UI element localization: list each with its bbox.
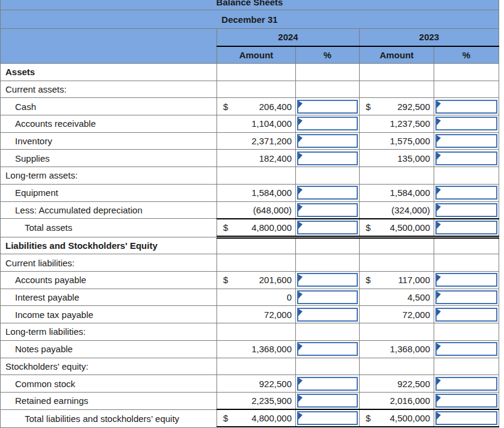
table-row-liabilities-and-stockholders-equity: Liabilities and Stockholders' Equity [1,237,499,254]
empty-cell [360,254,434,272]
answer-marker-icon [298,309,303,316]
percent-input-2023-cash[interactable] [435,100,497,114]
percent-input-2024-notes-payable[interactable] [297,342,358,356]
percent-input-2024-less-accumulated-depreciation[interactable] [297,203,358,217]
amount-value-2023: 1,237,500 [390,118,430,129]
percent-cell-2024-total-assets [296,219,360,237]
percent-input-2023-equipment[interactable] [435,186,497,200]
table-row-accounts-receivable: Accounts receivable1,104,0001,237,500 [1,115,499,133]
amount-cell-2023-less-accumulated-depreciation: (324,000) [360,201,434,219]
table-row-equipment: Equipment1,584,0001,584,000 [1,184,499,201]
amount-cell-2024-notes-payable: 1,368,000 [217,340,296,358]
table-row-current-assets: Current assets: [1,81,499,98]
amount-wrap: 922,500 [360,375,434,392]
amount-cell-2023-accounts-payable: $117,000 [360,272,434,289]
amount-wrap: $4,800,000 [217,219,295,236]
answer-marker-icon [437,118,441,125]
percent-cell-2024-common-stock [296,375,360,393]
amount-wrap: 1,575,000 [360,133,434,150]
table-row-long-term-assets: Long-term assets: [1,167,499,185]
row-label-long-term-assets: Long-term assets: [1,167,217,185]
answer-marker-icon [298,135,303,142]
table-row-total-assets: Total assets$4,800,000$4,500,000 [1,219,499,237]
percent-input-2024-interest-payable[interactable] [297,290,358,304]
percent-input-2024-retained-earnings[interactable] [297,394,358,408]
row-label-stockholders-equity: Stockholders' equity: [1,358,217,375]
percent-cell-2024-cash [296,98,360,115]
percent-input-2023-supplies[interactable] [435,151,497,165]
amount-value-2023: 1,584,000 [390,188,430,198]
amount-value-2023: 135,000 [398,153,430,164]
balance-sheet-table: Balance Sheets December 31 2024 2023 Amo… [0,0,499,428]
table-row-notes-payable: Notes payable1,368,0001,368,000 [1,340,499,358]
table-row-total-liabilities-and-stockholders-equity: Total liabilities and stockholders’ equi… [1,409,499,428]
percent-input-2023-accounts-receivable[interactable] [435,117,497,130]
amount-value-2023: 1,575,000 [390,136,430,146]
percent-cell-2024-accounts-payable [296,272,360,289]
amount-wrap: 2,235,900 [217,393,295,409]
amount-wrap: 1,584,000 [360,185,434,201]
table-header: Balance Sheets December 31 2024 2023 Amo… [1,0,499,64]
percent-input-2024-equipment[interactable] [297,186,358,200]
answer-marker-icon [298,118,303,125]
amount-wrap: $4,800,000 [217,410,295,426]
empty-cell [296,167,360,185]
row-label-notes-payable: Notes payable [1,340,217,358]
amount-value-2024: (648,000) [253,205,292,215]
amount-wrap: $4,500,000 [360,219,434,236]
title-clip: Balance Sheets [1,0,499,10]
answer-marker-icon [437,222,441,229]
amount-value-2024: 2,235,900 [251,396,292,406]
percent-input-2023-retained-earnings[interactable] [435,394,497,408]
percent-cell-2024-supplies [296,150,360,167]
year-header-2024: 2024 [217,29,360,46]
table-row-assets: Assets [1,64,499,81]
percent-input-2023-accounts-payable[interactable] [435,273,497,287]
percent-input-2024-income-tax-payable[interactable] [297,308,358,322]
percent-input-2024-total-liabilities-and-stockholders-equity[interactable] [297,411,358,425]
percent-input-2024-inventory[interactable] [297,134,358,148]
percent-input-2024-cash[interactable] [297,100,358,114]
percent-input-2023-total-assets[interactable] [435,221,497,234]
percent-input-2024-total-assets[interactable] [297,221,358,234]
percent-input-2024-accounts-receivable[interactable] [297,117,358,130]
amount-value-2024: 1,584,000 [251,188,292,198]
percent-input-2023-interest-payable[interactable] [435,290,497,304]
empty-cell [434,81,499,98]
sheet-title: Balance Sheets [1,0,499,8]
empty-cell [217,323,296,341]
sheet-title-cell: Balance Sheets [1,0,499,10]
percent-input-2024-common-stock[interactable] [297,377,358,391]
amount-column-header-2024: Amount [217,46,296,64]
percent-input-2023-income-tax-payable[interactable] [435,308,497,322]
percent-cell-2023-cash [434,98,499,115]
currency-symbol: $ [223,102,228,112]
amount-value-2023: 4,500 [407,292,430,302]
percent-input-2023-common-stock[interactable] [435,377,497,391]
empty-cell [217,237,296,254]
percent-input-2023-inventory[interactable] [435,134,497,148]
amount-value-2024: 201,600 [259,275,292,285]
amount-wrap: $201,600 [217,272,295,289]
amount-cell-2023-cash: $292,500 [360,98,434,115]
amount-wrap: 182,400 [217,150,295,167]
row-label-accounts-receivable: Accounts receivable [1,115,217,133]
percent-cell-2024-total-liabilities-and-stockholders-equity [296,409,360,428]
table-row-retained-earnings: Retained earnings2,235,9002,016,000 [1,392,499,409]
percent-input-2024-supplies[interactable] [297,151,358,165]
percent-input-2024-accounts-payable[interactable] [297,273,358,287]
answer-marker-icon [437,204,441,212]
amount-wrap: 1,104,000 [217,115,295,132]
amount-value-2024: 1,368,000 [251,344,292,354]
answer-marker-icon [437,274,441,281]
amount-value-2023: (324,000) [392,205,430,215]
amount-wrap: 72,000 [360,306,434,323]
amount-cell-2023-total-assets: $4,500,000 [360,219,434,237]
percent-input-2023-less-accumulated-depreciation[interactable] [435,203,497,217]
empty-cell [217,167,296,185]
percent-input-2023-notes-payable[interactable] [435,342,497,356]
percent-cell-2024-inventory [296,132,360,150]
sheet-subtitle: December 31 [1,10,499,29]
row-label-total-liabilities-and-stockholders-equity: Total liabilities and stockholders’ equi… [1,409,217,428]
percent-input-2023-total-liabilities-and-stockholders-equity[interactable] [435,411,497,425]
